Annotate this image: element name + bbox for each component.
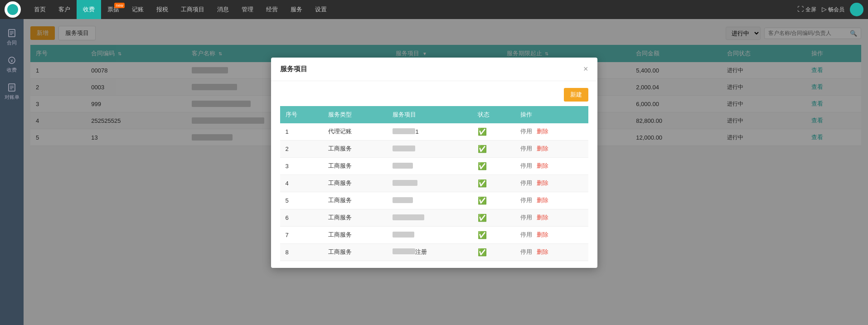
- member-btn[interactable]: ▷ 畅会员: [822, 5, 844, 14]
- modal-cell-status: ✅: [472, 123, 515, 141]
- delete-btn[interactable]: 删除: [537, 248, 548, 255]
- modal-new-button[interactable]: 新建: [564, 88, 588, 102]
- modal-col-status: 状态: [472, 106, 515, 123]
- nav-service[interactable]: 服务: [284, 0, 309, 19]
- modal-cell-item: [387, 157, 472, 175]
- sidebar-item-contract[interactable]: 合同: [0, 24, 24, 51]
- nav-home[interactable]: 首页: [28, 0, 52, 19]
- modal-table: 序号 服务类型 服务项目 状态 操作 1 代理记账 1 ✅ 停用 删除 2 工商…: [280, 106, 588, 261]
- svg-text:¥: ¥: [10, 58, 13, 63]
- modal-col-action: 操作: [515, 106, 588, 123]
- nav-right-area: ⛶ 全屏 ▷ 畅会员: [797, 3, 863, 16]
- modal-cell-seq: 2: [280, 140, 323, 157]
- nav-invoice[interactable]: 票据 new: [101, 0, 126, 19]
- nav-bizproject[interactable]: 工商项目: [175, 0, 211, 19]
- delete-btn[interactable]: 删除: [537, 214, 548, 221]
- delete-btn[interactable]: 删除: [537, 162, 548, 169]
- left-sidebar: 合同 ¥ 收费 对账单: [0, 19, 24, 325]
- nav-message[interactable]: 消息: [211, 0, 235, 19]
- modal-toolbar: 新建: [280, 88, 588, 102]
- modal-table-wrap: 序号 服务类型 服务项目 状态 操作 1 代理记账 1 ✅ 停用 删除 2 工商…: [280, 106, 588, 261]
- modal-cell-action: 停用 删除: [515, 192, 588, 209]
- stop-btn[interactable]: 停用: [520, 128, 532, 135]
- modal-cell-action: 停用 删除: [515, 140, 588, 157]
- nav-settings[interactable]: 设置: [309, 0, 333, 19]
- modal-cell-type: 工商服务: [323, 192, 388, 209]
- sidebar-item-fee[interactable]: ¥ 收费: [0, 51, 24, 78]
- nav-manage[interactable]: 管理: [235, 0, 260, 19]
- delete-btn[interactable]: 删除: [537, 179, 548, 186]
- modal-cell-seq: 5: [280, 192, 323, 209]
- sidebar-item-statement[interactable]: 对账单: [0, 78, 24, 105]
- modal-cell-status: ✅: [472, 157, 515, 175]
- modal-cell-item: [387, 209, 472, 226]
- status-check-icon: ✅: [478, 231, 487, 239]
- contract-icon: [7, 28, 17, 38]
- status-check-icon: ✅: [478, 214, 487, 222]
- modal-cell-item: [387, 140, 472, 157]
- modal-cell-status: ✅: [472, 192, 515, 209]
- modal-body: 新建 序号 服务类型 服务项目 状态 操作 1 代理记账 1 ✅: [271, 81, 597, 268]
- modal-header: 服务项目 ×: [271, 58, 597, 81]
- modal-cell-seq: 7: [280, 226, 323, 243]
- modal-table-row: 8 工商服务 注册 ✅ 停用 删除: [280, 243, 588, 261]
- modal-cell-type: 工商服务: [323, 243, 388, 261]
- modal-cell-action: 停用 删除: [515, 209, 588, 226]
- status-check-icon: ✅: [478, 248, 487, 256]
- modal-cell-status: ✅: [472, 175, 515, 192]
- fee-icon: ¥: [7, 55, 17, 65]
- modal-cell-item: [387, 192, 472, 209]
- nav-fee[interactable]: 收费: [77, 0, 101, 19]
- modal-cell-item: [387, 226, 472, 243]
- modal-table-row: 1 代理记账 1 ✅ 停用 删除: [280, 123, 588, 141]
- statement-icon: [7, 82, 17, 92]
- nav-tax[interactable]: 报税: [150, 0, 175, 19]
- status-check-icon: ✅: [478, 162, 487, 170]
- logo-icon: [7, 4, 18, 15]
- stop-btn[interactable]: 停用: [520, 231, 532, 238]
- new-badge: new: [114, 3, 125, 8]
- status-check-icon: ✅: [478, 145, 487, 153]
- status-check-icon: ✅: [478, 197, 487, 204]
- stop-btn[interactable]: 停用: [520, 214, 532, 221]
- modal-cell-status: ✅: [472, 209, 515, 226]
- stop-btn[interactable]: 停用: [520, 145, 532, 152]
- nav-operation[interactable]: 经营: [260, 0, 284, 19]
- service-modal: 服务项目 × 新建 序号 服务类型 服务项目 状态 操作 1 代理记账: [271, 58, 597, 268]
- modal-cell-type: 代理记账: [323, 123, 388, 141]
- modal-title: 服务项目: [280, 65, 307, 73]
- modal-cell-type: 工商服务: [323, 140, 388, 157]
- user-avatar[interactable]: [850, 3, 863, 16]
- modal-cell-action: 停用 删除: [515, 123, 588, 141]
- modal-close-btn[interactable]: ×: [583, 64, 588, 74]
- modal-cell-status: ✅: [472, 243, 515, 261]
- modal-cell-action: 停用 删除: [515, 243, 588, 261]
- modal-cell-action: 停用 删除: [515, 157, 588, 175]
- modal-table-row: 6 工商服务 ✅ 停用 删除: [280, 209, 588, 226]
- stop-btn[interactable]: 停用: [520, 248, 532, 255]
- delete-btn[interactable]: 删除: [537, 145, 548, 152]
- modal-cell-seq: 8: [280, 243, 323, 261]
- modal-cell-action: 停用 删除: [515, 175, 588, 192]
- modal-cell-seq: 6: [280, 209, 323, 226]
- modal-cell-seq: 1: [280, 123, 323, 141]
- delete-btn[interactable]: 删除: [537, 197, 548, 204]
- modal-col-type: 服务类型: [323, 106, 388, 123]
- modal-cell-type: 工商服务: [323, 209, 388, 226]
- nav-client[interactable]: 客户: [52, 0, 77, 19]
- nav-bookkeeping[interactable]: 记账: [126, 0, 150, 19]
- modal-cell-seq: 4: [280, 175, 323, 192]
- modal-cell-type: 工商服务: [323, 175, 388, 192]
- modal-table-row: 2 工商服务 ✅ 停用 删除: [280, 140, 588, 157]
- top-navigation: 首页 客户 收费 票据 new 记账 报税 工商项目 消息 管理 经营 服务 设…: [0, 0, 868, 19]
- delete-btn[interactable]: 删除: [537, 128, 548, 135]
- modal-cell-type: 工商服务: [323, 226, 388, 243]
- modal-cell-item: [387, 175, 472, 192]
- fullscreen-btn[interactable]: ⛶ 全屏: [797, 5, 816, 14]
- stop-btn[interactable]: 停用: [520, 162, 532, 169]
- stop-btn[interactable]: 停用: [520, 197, 532, 204]
- modal-table-row: 5 工商服务 ✅ 停用 删除: [280, 192, 588, 209]
- modal-cell-status: ✅: [472, 226, 515, 243]
- stop-btn[interactable]: 停用: [520, 179, 532, 186]
- delete-btn[interactable]: 删除: [537, 231, 548, 238]
